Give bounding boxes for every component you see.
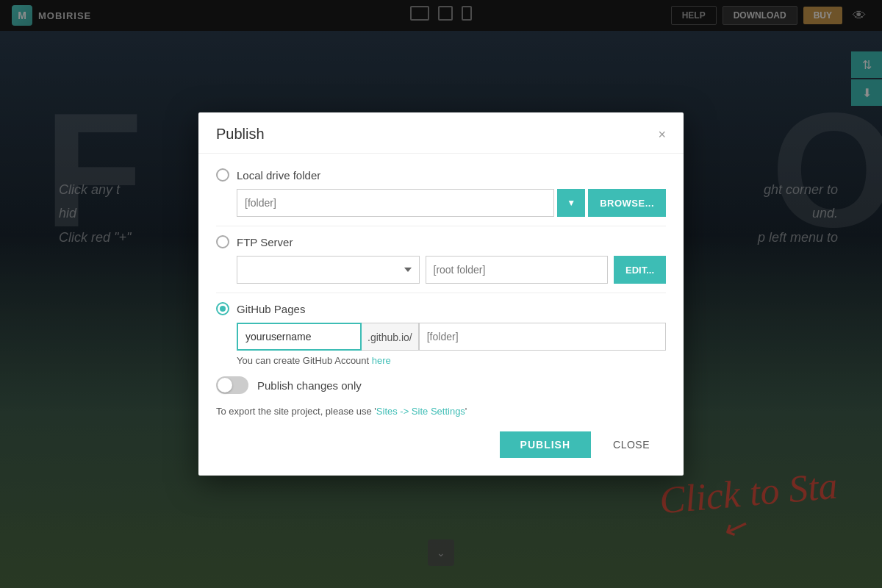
- local-drive-radio[interactable]: [216, 168, 229, 182]
- local-drive-label: Local drive folder: [237, 169, 320, 182]
- modal-body: Local drive folder ▼ BROWSE... FTP Serve…: [198, 154, 684, 476]
- ftp-option-row: FTP Server: [216, 235, 666, 248]
- ftp-input-row: EDIT...: [237, 256, 666, 284]
- publish-button[interactable]: PUBLISH: [500, 431, 591, 458]
- ftp-label: FTP Server: [237, 236, 293, 248]
- divider-2: [216, 293, 666, 293]
- site-settings-link[interactable]: Sites -> Site Settings: [376, 406, 465, 417]
- github-folder-input[interactable]: [419, 323, 666, 351]
- github-create-account-link[interactable]: here: [372, 355, 391, 366]
- local-drive-input-row: ▼ BROWSE...: [237, 189, 666, 217]
- local-drive-option-row: Local drive folder: [216, 168, 666, 182]
- modal-title: Publish: [216, 126, 265, 143]
- publish-changes-label: Publish changes only: [257, 379, 362, 392]
- modal-actions: PUBLISH CLOSE: [216, 431, 666, 458]
- modal-header: Publish ×: [198, 112, 684, 154]
- ftp-edit-button[interactable]: EDIT...: [614, 256, 666, 284]
- local-folder-input[interactable]: [237, 189, 554, 217]
- modal-close-button[interactable]: ×: [658, 128, 666, 141]
- ftp-server-select[interactable]: [237, 256, 420, 284]
- github-radio[interactable]: [216, 302, 229, 315]
- local-folder-dropdown-button[interactable]: ▼: [557, 189, 585, 217]
- divider-1: [216, 226, 666, 226]
- github-input-row: .github.io/: [237, 323, 666, 351]
- chevron-down-icon: ▼: [567, 198, 576, 208]
- publish-modal: Publish × Local drive folder ▼ BROWSE...…: [198, 112, 684, 476]
- browse-button[interactable]: BROWSE...: [588, 189, 666, 217]
- toggle-row: Publish changes only: [216, 376, 666, 394]
- ftp-radio[interactable]: [216, 235, 229, 248]
- github-hint: You can create GitHub Account here: [237, 355, 666, 366]
- export-note: To export the site project, please use '…: [216, 406, 666, 417]
- github-label: GitHub Pages: [237, 303, 305, 315]
- publish-changes-toggle[interactable]: [216, 376, 248, 394]
- github-username-input[interactable]: [237, 323, 362, 351]
- close-button[interactable]: CLOSE: [597, 431, 666, 458]
- github-domain-text: .github.io/: [362, 323, 419, 351]
- ftp-folder-input[interactable]: [426, 256, 609, 284]
- github-option-row: GitHub Pages: [216, 302, 666, 315]
